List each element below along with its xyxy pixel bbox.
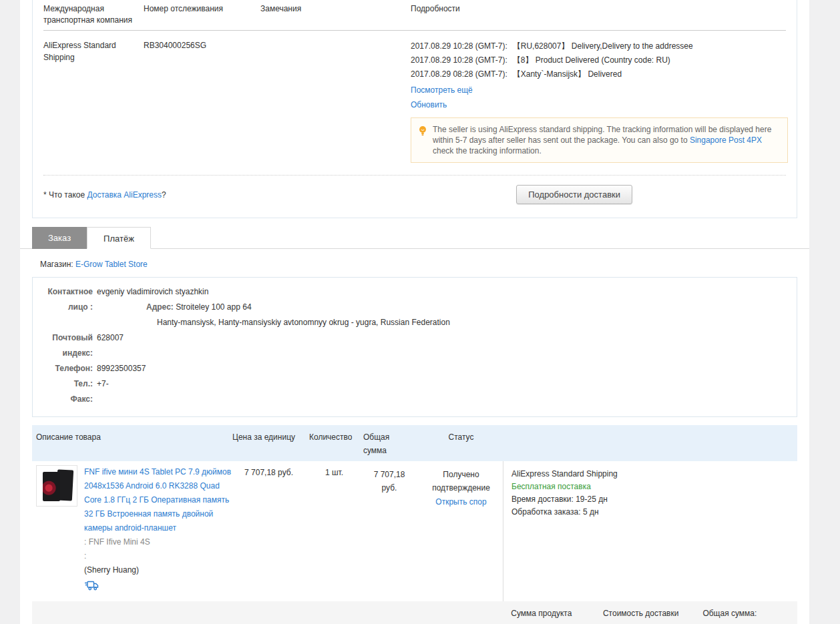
order-payment-tabs: Заказ Платёж — [20, 227, 809, 249]
contact-row: Почтовый 628007 — [43, 330, 786, 346]
open-dispute-link[interactable]: Открыть спор — [435, 495, 486, 509]
tab-order[interactable]: Заказ — [32, 227, 87, 249]
contact-row: лицо : Адрес: Stroiteley 100 app 64 — [43, 300, 786, 315]
contact-label — [43, 315, 93, 330]
shipping-notice-text: The seller is using AliExpress standard … — [433, 124, 779, 156]
product-subtitle-colon: : — [84, 549, 232, 563]
zip-value: 628007 — [97, 330, 124, 346]
address-region-value: Hanty-mansiysk, Hanty-mansiyskiy avtonom… — [157, 315, 450, 330]
tracking-links: Посмотреть ещё Обновить — [411, 84, 788, 111]
shipping-cost-label: Стоимость доставки — [603, 608, 678, 619]
singapore-post-link[interactable]: Singapore Post — [690, 135, 745, 145]
product-image[interactable] — [36, 465, 77, 507]
col-header-description: Описание товара — [32, 430, 232, 457]
refresh-link[interactable]: Обновить — [411, 99, 447, 110]
event-text: 【Xanty`-Mansijsk】 Delivered — [513, 69, 622, 79]
contact-row: Факс: — [43, 392, 786, 407]
what-is-shipping-text: * Что такое Доставка AliExpress? — [43, 190, 166, 200]
shipping-info-cell: AliExpress Standard Shipping Бесплатная … — [503, 461, 797, 601]
contact-label: лицо : — [43, 300, 93, 315]
shipping-details-button[interactable]: Подробности доставки — [516, 185, 632, 204]
col-header-total: Общая сумма — [359, 430, 406, 457]
product-subtitle: : FNF Ifive Mini 4S — [84, 535, 232, 549]
event-time: 2017.08.29 10:28 (GMT-7): — [411, 55, 507, 65]
store-link[interactable]: E-Grow Tablet Store — [75, 260, 148, 269]
unit-price-cell: 7 707,18 руб. — [232, 461, 309, 601]
shipping-cost-block: Стоимость доставки RUB 0,00 руб. — [603, 608, 678, 624]
col-header-unit-price: Цена за единицу — [232, 430, 309, 457]
shipping-company-value: AliExpress Standard Shipping — [43, 39, 144, 163]
tracking-event: 2017.08.29 10:28 (GMT-7):【8】 Product Del… — [411, 53, 788, 67]
aliexpress-shipping-link[interactable]: Доставка AliExpress — [87, 190, 162, 200]
address-label: Адрес: — [146, 302, 174, 312]
product-title-link[interactable]: FNF ifive мини 4S Tablet PC 7.9 дюймов 2… — [84, 465, 232, 535]
shipping-method: AliExpress Standard Shipping — [511, 468, 797, 481]
address-line: Адрес: Stroiteley 100 app 64 — [146, 300, 252, 315]
products-table: Описание товара Цена за единицу Количест… — [32, 425, 797, 601]
mobile-value: 89923500357 — [97, 361, 146, 376]
col-header-quantity: Количество — [309, 430, 359, 457]
order-detail-page: Международная транспортная компания Номе… — [20, 0, 809, 624]
fourpx-link[interactable]: 4PX — [747, 135, 762, 145]
truck-icon[interactable] — [84, 580, 99, 593]
contact-label: Факс: — [43, 392, 93, 407]
contact-label: Почтовый — [43, 330, 93, 346]
order-totals-bar: Сумма продукта RUB 7 707,17 руб. Стоимос… — [32, 601, 797, 624]
tracking-footer: * Что такое Доставка AliExpress? Подробн… — [43, 185, 786, 204]
contact-row: Hanty-mansiysk, Hanty-mansiyskiy avtonom… — [43, 315, 786, 330]
remarks-value — [260, 39, 411, 163]
shipping-notice: The seller is using AliExpress standard … — [411, 117, 788, 163]
contact-info-panel: Контактное evgeniy vladimirovich styazhk… — [32, 277, 797, 417]
tracking-table-header: Международная транспортная компания Номе… — [43, 2, 786, 31]
products-table-header: Описание товара Цена за единицу Количест… — [32, 425, 797, 461]
event-text: 【RU,628007】 Delivery,Delivery to the add… — [513, 41, 693, 51]
contact-label: Тел.: — [43, 376, 93, 392]
product-text-block: FNF ifive мини 4S Tablet PC 7.9 дюймов 2… — [84, 465, 232, 601]
lightbulb-icon — [418, 124, 433, 156]
contact-row: Контактное evgeniy vladimirovich styazhk… — [43, 284, 786, 300]
product-seller: (Sherry Huang) — [84, 563, 232, 577]
tracking-event: 2017.08.29 08:28 (GMT-7):【Xanty`-Mansijs… — [411, 67, 788, 81]
store-label: Магазин: — [40, 260, 73, 269]
dotted-divider — [43, 175, 786, 176]
col-header-shipping-company: Международная транспортная компания — [43, 2, 144, 26]
contact-label: индекс: — [43, 346, 93, 361]
store-row: Магазин: E-Grow Tablet Store — [32, 260, 797, 269]
what-is-prefix: * Что такое — [43, 190, 87, 200]
quantity-cell: 1 шт. — [309, 461, 359, 601]
grand-total-block: Общая сумма: RUB 7 521,38 руб. — [702, 608, 771, 624]
contact-name-value: evgeniy vladimirovich styazhkin — [97, 284, 208, 300]
phone-value: +7- — [97, 376, 109, 392]
product-row: FNF ifive мини 4S Tablet PC 7.9 дюймов 2… — [32, 461, 797, 601]
address-value: Stroiteley 100 app 64 — [176, 302, 251, 312]
what-is-suffix: ? — [162, 190, 166, 200]
status-cell: Получено подтверждение Открыть спор — [419, 461, 503, 601]
tracking-number-value: RB304000256SG — [144, 39, 260, 163]
contact-row: Телефон: 89923500357 — [43, 361, 786, 376]
tablet-front-graphic — [43, 472, 60, 501]
tracking-details: 2017.08.29 10:28 (GMT-7):【RU,628007】 Del… — [411, 39, 788, 163]
shipping-tracking-panel: Международная транспортная компания Номе… — [32, 0, 797, 218]
col-header-tracking-number: Номер отслеживания — [144, 2, 260, 26]
product-description-cell: FNF ifive мини 4S Tablet PC 7.9 дюймов 2… — [32, 461, 232, 601]
col-header-details: Подробности — [411, 2, 786, 26]
total-cell: 7 707,18 руб. — [359, 461, 419, 601]
tracking-event: 2017.08.29 10:28 (GMT-7):【RU,628007】 Del… — [411, 39, 788, 53]
contact-row: индекс: — [43, 346, 786, 361]
contact-label: Контактное — [43, 284, 93, 300]
event-time: 2017.08.29 08:28 (GMT-7): — [411, 69, 507, 79]
col-header-status: Статус — [419, 430, 503, 457]
notice-text-post: check the tracking information. — [433, 146, 542, 155]
event-text: 【8】 Product Delivered (Country code: RU) — [513, 55, 670, 65]
free-shipping-text: Бесплатная поставка — [511, 481, 797, 493]
grand-total-label: Общая сумма: — [702, 608, 771, 619]
status-text: Получено подтверждение — [419, 468, 503, 495]
col-header-remarks: Замечания — [260, 2, 411, 26]
see-more-link[interactable]: Посмотреть ещё — [411, 85, 473, 95]
col-header-shipping — [503, 430, 797, 457]
product-subtotal-block: Сумма продукта RUB 7 707,17 руб. — [511, 608, 579, 624]
event-time: 2017.08.29 10:28 (GMT-7): — [411, 41, 507, 51]
processing-time: Обработка заказа: 5 дн — [511, 506, 797, 519]
tab-payment[interactable]: Платёж — [87, 227, 151, 249]
tracking-table-row: AliExpress Standard Shipping RB304000256… — [43, 31, 786, 163]
